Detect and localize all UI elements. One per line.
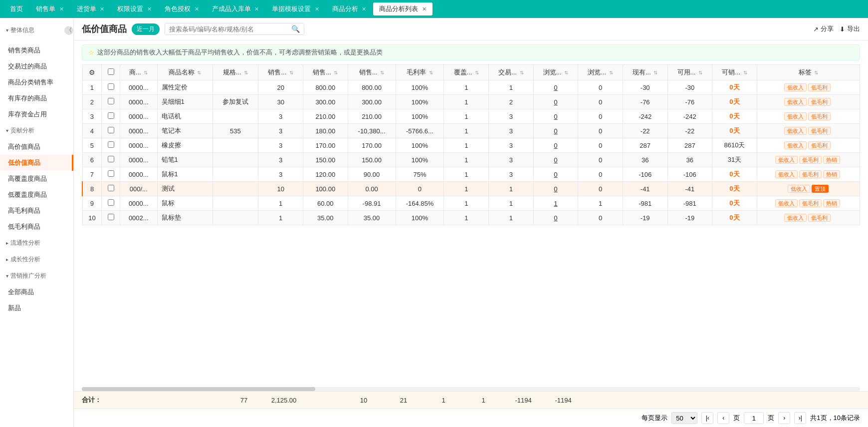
cell-checkbox[interactable] [102, 138, 120, 153]
views1-link[interactable]: 0 [554, 214, 557, 222]
nav-product-close[interactable]: ✕ [254, 6, 259, 12]
nav-template-close[interactable]: ✕ [315, 6, 319, 12]
nav-home[interactable]: 首页 [4, 2, 29, 15]
col-days[interactable]: 可销... ⇅ [712, 65, 757, 80]
views1-link[interactable]: 0 [554, 185, 557, 193]
scroll-thumb[interactable] [82, 387, 315, 391]
cell-checkbox[interactable] [102, 211, 120, 225]
row-checkbox[interactable] [108, 127, 114, 133]
row-checkbox[interactable] [108, 199, 114, 206]
col-checkbox[interactable] [102, 65, 120, 80]
sidebar-item-sales-products[interactable]: 销售类商品 [0, 42, 73, 58]
table-row[interactable]: 2 0000... 吴细细1 参加复试 30 300.00 300.00 100… [82, 95, 860, 109]
cell-views1[interactable]: 0 [533, 95, 578, 109]
col-sales-price[interactable]: 销售... ⇅ [303, 65, 348, 80]
col-stock[interactable]: 现有... ⇅ [623, 65, 667, 80]
nav-sales-order-close[interactable]: ✕ [59, 6, 64, 12]
views1-link[interactable]: 0 [554, 84, 557, 91]
cell-views1[interactable]: 0 [533, 182, 578, 196]
export-button[interactable]: ⬇ 导出 [840, 24, 860, 33]
cell-views1[interactable]: 0 [533, 109, 578, 124]
col-settings[interactable]: ⚙ [82, 65, 102, 80]
row-checkbox[interactable] [108, 185, 114, 191]
table-row[interactable]: 4 0000... 笔记本 535 3 180.00 -10,380... -5… [82, 124, 860, 138]
next-page-btn[interactable]: › [778, 412, 790, 424]
col-views2[interactable]: 浏览... ⇅ [578, 65, 623, 80]
nav-role-auth[interactable]: 角色授权 ✕ [159, 2, 205, 15]
views1-link[interactable]: 0 [554, 98, 557, 106]
nav-purchase-order-close[interactable]: ✕ [100, 6, 104, 12]
views1-link[interactable]: 0 [554, 127, 557, 135]
table-row[interactable]: 6 0000... 铅笔1 3 150.00 150.00 100% 1 3 0… [82, 153, 860, 167]
views1-link[interactable]: 0 [554, 156, 557, 164]
cell-checkbox[interactable] [102, 167, 120, 182]
sidebar-item-traded-products[interactable]: 交易过的商品 [0, 58, 73, 74]
cell-checkbox[interactable] [102, 95, 120, 109]
horizontal-scrollbar[interactable] [82, 387, 860, 391]
table-row[interactable]: 8 000/... 测试 10 100.00 0.00 0 1 1 0 0 -4… [82, 182, 860, 196]
row-checkbox[interactable] [108, 170, 114, 177]
nav-template-setting[interactable]: 单据模板设置 ✕ [266, 2, 325, 15]
sidebar-item-all-products[interactable]: 全部商品 [0, 284, 73, 300]
col-views1[interactable]: 浏览... ⇅ [533, 65, 578, 80]
cell-checkbox[interactable] [102, 109, 120, 124]
per-page-select[interactable]: 50 100 [671, 412, 697, 424]
prev-page-btn[interactable]: ‹ [717, 412, 729, 424]
row-checkbox[interactable] [108, 98, 114, 104]
table-row[interactable]: 1 0000... 属性定价 20 800.00 800.00 100% 1 1… [82, 80, 860, 95]
cell-checkbox[interactable] [102, 196, 120, 211]
sidebar-item-low-coverage[interactable]: 低覆盖度商品 [0, 187, 73, 203]
cell-checkbox[interactable] [102, 124, 120, 138]
views1-link[interactable]: 0 [554, 171, 557, 178]
sidebar-collapse-btn[interactable]: 《 [64, 26, 73, 35]
cell-views1[interactable]: 0 [533, 80, 578, 95]
sidebar-item-high-margin[interactable]: 高毛利商品 [0, 203, 73, 219]
table-row[interactable]: 9 0000... 鼠标 1 60.00 -98.91 -164.85% 1 1… [82, 196, 860, 211]
sidebar-item-low-margin[interactable]: 低毛利商品 [0, 219, 73, 235]
cell-views1[interactable]: 1 [533, 196, 578, 211]
row-checkbox[interactable] [108, 141, 114, 148]
row-checkbox[interactable] [108, 112, 114, 119]
cell-checkbox[interactable] [102, 153, 120, 167]
search-input[interactable] [169, 25, 288, 33]
nav-product-analysis-list[interactable]: 商品分析列表 ✕ [373, 2, 433, 15]
col-sales-qty[interactable]: 销售... ⇅ [258, 65, 303, 80]
nav-analysis-close[interactable]: ✕ [362, 6, 366, 12]
nav-product-instock[interactable]: 产成品入库单 ✕ [206, 2, 265, 15]
col-name[interactable]: 商品名称 ⇅ [157, 65, 213, 80]
views1-link[interactable]: 0 [554, 113, 557, 120]
cell-checkbox[interactable] [102, 80, 120, 95]
sidebar-item-category-sales-rate[interactable]: 商品分类销售率 [0, 74, 73, 90]
table-row[interactable]: 5 0000... 橡皮擦 3 170.00 170.00 100% 1 3 0… [82, 138, 860, 153]
col-code[interactable]: 商... ⇅ [120, 65, 158, 80]
sidebar-item-new-products[interactable]: 新品 [0, 300, 73, 316]
select-all-checkbox[interactable] [108, 68, 114, 75]
page-input[interactable] [744, 412, 764, 424]
cell-views1[interactable]: 0 [533, 138, 578, 153]
sidebar-item-high-coverage[interactable]: 高覆盖度商品 [0, 171, 73, 187]
nav-permission-setting[interactable]: 权限设置 ✕ [111, 2, 158, 15]
col-available[interactable]: 可用... ⇅ [667, 65, 712, 80]
sidebar-item-stock-capital[interactable]: 库存资金占用 [0, 106, 73, 122]
cell-views1[interactable]: 0 [533, 167, 578, 182]
table-row[interactable]: 10 0002... 鼠标垫 1 35.00 35.00 100% 1 1 0 … [82, 211, 860, 225]
table-row[interactable]: 7 0000... 鼠标1 3 120.00 90.00 75% 1 3 0 0… [82, 167, 860, 182]
views1-link[interactable]: 0 [554, 142, 557, 149]
first-page-btn[interactable]: |‹ [701, 412, 713, 424]
sidebar-item-stock-products[interactable]: 有库存的商品 [0, 90, 73, 106]
sidebar-item-low-value[interactable]: 低价值商品 [0, 155, 73, 171]
nav-permission-close[interactable]: ✕ [147, 6, 152, 12]
share-button[interactable]: ↗ 分享 [813, 24, 834, 33]
nav-purchase-order[interactable]: 进货单 ✕ [71, 2, 111, 15]
cell-views1[interactable]: 0 [533, 124, 578, 138]
nav-role-close[interactable]: ✕ [195, 6, 199, 12]
row-checkbox[interactable] [108, 156, 114, 162]
filter-tag-btn[interactable]: 近一月 [132, 23, 160, 35]
sidebar-item-high-value[interactable]: 高价值商品 [0, 139, 73, 155]
cell-views1[interactable]: 0 [533, 153, 578, 167]
views1-link[interactable]: 1 [554, 200, 557, 207]
last-page-btn[interactable]: ›| [794, 412, 806, 424]
nav-sales-order[interactable]: 销售单 ✕ [30, 2, 70, 15]
table-row[interactable]: 3 0000... 电话机 3 210.00 210.00 100% 1 3 0… [82, 109, 860, 124]
col-coverage[interactable]: 覆盖... ⇅ [444, 65, 489, 80]
